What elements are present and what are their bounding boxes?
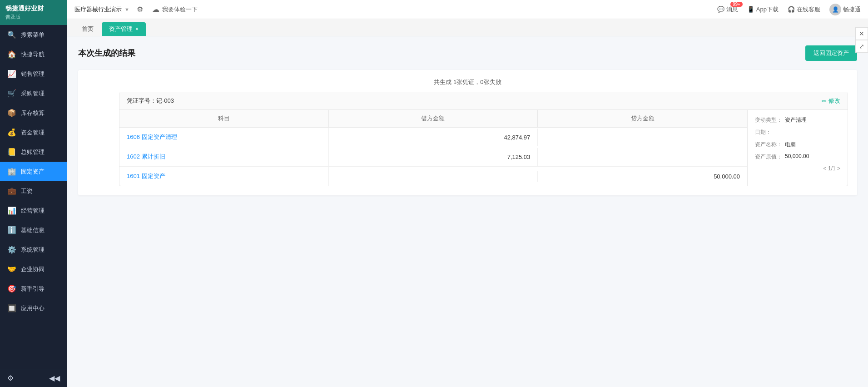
col-debit: 借方金额 bbox=[329, 110, 538, 127]
table-body: 1606 固定资产清理 42,874.97 1602 累计折旧 7,125.03 bbox=[119, 128, 747, 186]
sidebar-item-inventory[interactable]: 📦 库存核算 bbox=[0, 103, 67, 123]
topbar: 医疗器械行业演示 ▼ ⚙ ☁ 我要体验一下 💬 消息 99+ 📱 App下载 🎧… bbox=[67, 0, 868, 19]
sidebar-item-label: 搜索菜单 bbox=[21, 31, 45, 39]
date-row: 日期： bbox=[755, 129, 840, 136]
debit-cell-2: 7,125.03 bbox=[329, 148, 538, 166]
asset-value-row: 资产原值： 50,000.00 bbox=[755, 153, 840, 161]
dropdown-arrow-icon: ▼ bbox=[124, 7, 129, 12]
sidebar-item-payroll[interactable]: 💼 工资 bbox=[0, 181, 67, 201]
prev-page-icon[interactable]: < bbox=[823, 165, 827, 172]
asset-name-value: 电脑 bbox=[785, 141, 796, 149]
sidebar-item-finance[interactable]: 💰 资金管理 bbox=[0, 123, 67, 142]
sidebar-nav: 🔍 搜索菜单 🏠 快捷导航 📈 销售管理 🛒 采购管理 📦 库存核算 💰 资金管… bbox=[0, 25, 67, 369]
sidebar-item-label: 快捷导航 bbox=[21, 50, 45, 59]
debit-cell-1: 42,874.97 bbox=[329, 129, 538, 146]
finance-icon: 💰 bbox=[7, 128, 16, 137]
fixed-assets-icon: 🏢 bbox=[7, 167, 16, 176]
sidebar-item-label: 总账管理 bbox=[21, 148, 45, 156]
sidebar-item-quicknav[interactable]: 🏠 快捷导航 bbox=[0, 45, 67, 64]
sidebar-item-guide[interactable]: 🎯 新手引导 bbox=[0, 279, 67, 298]
tab-asset-management[interactable]: 资产管理 × bbox=[102, 22, 146, 36]
next-page-icon[interactable]: > bbox=[837, 165, 840, 172]
topbar-right: 💬 消息 99+ 📱 App下载 🎧 在线客服 👤 畅捷通 bbox=[717, 4, 861, 15]
close-panel-button[interactable]: ✕ bbox=[855, 27, 868, 40]
tab-close-icon[interactable]: × bbox=[135, 26, 139, 32]
cooperation-icon: 🤝 bbox=[7, 265, 16, 273]
purchase-icon: 🛒 bbox=[7, 89, 16, 98]
edit-icon: ✏ bbox=[822, 98, 827, 104]
service-icon: 🎧 bbox=[788, 6, 795, 13]
tabbar: 首页 资产管理 × bbox=[67, 19, 868, 36]
tab-home[interactable]: 首页 bbox=[74, 22, 101, 36]
avatar: 👤 bbox=[829, 4, 841, 15]
sidebar-footer: ⚙ ◀◀ bbox=[0, 369, 67, 387]
user-name: 畅捷通 bbox=[843, 5, 861, 14]
panel-controls: ✕ ⤢ bbox=[855, 27, 868, 53]
account-cell-2[interactable]: 1602 累计折旧 bbox=[119, 147, 329, 166]
online-service-button[interactable]: 🎧 在线客服 bbox=[788, 5, 820, 14]
home-icon: 🏠 bbox=[7, 50, 16, 59]
expand-panel-button[interactable]: ⤢ bbox=[855, 40, 868, 53]
settings-icon[interactable]: ⚙ bbox=[7, 374, 14, 382]
account-cell-3[interactable]: 1601 固定资产 bbox=[119, 167, 329, 186]
edit-voucher-button[interactable]: ✏ 修改 bbox=[822, 97, 840, 105]
app-subtitle: 普及版 bbox=[5, 14, 20, 20]
settings-gear-icon[interactable]: ⚙ bbox=[137, 5, 143, 14]
sidebar-item-label: 固定资产 bbox=[21, 168, 45, 176]
table-header: 科目 借方金额 贷方金额 bbox=[119, 110, 747, 128]
ledger-icon: 📒 bbox=[7, 148, 16, 156]
app-download-label: App下载 bbox=[756, 5, 779, 14]
company-name: 医疗器械行业演示 bbox=[74, 5, 122, 14]
search-icon: 🔍 bbox=[7, 30, 16, 39]
sidebar-item-system[interactable]: ⚙️ 系统管理 bbox=[0, 240, 67, 259]
guide-icon: 🎯 bbox=[7, 284, 16, 293]
management-icon: 📊 bbox=[7, 206, 16, 215]
result-area: 共生成 1张凭证，0张失败 ✓ 成功 凭证字号：记-003 ✏ 修改 bbox=[78, 70, 857, 195]
sidebar-item-sales[interactable]: 📈 销售管理 bbox=[0, 64, 67, 84]
change-type-row: 变动类型： 资产清理 bbox=[755, 116, 840, 124]
company-selector[interactable]: 医疗器械行业演示 ▼ bbox=[74, 5, 129, 14]
col-account: 科目 bbox=[119, 110, 329, 127]
asset-name-row: 资产名称： 电脑 bbox=[755, 141, 840, 149]
credit-cell-2 bbox=[538, 151, 747, 162]
sidebar-item-management[interactable]: 📊 经营管理 bbox=[0, 201, 67, 220]
asset-name-label: 资产名称： bbox=[755, 141, 782, 149]
tab-active-label: 资产管理 bbox=[109, 25, 133, 33]
table-row: 1606 固定资产清理 42,874.97 bbox=[119, 128, 747, 147]
sidebar-item-label: 企业协同 bbox=[21, 265, 45, 273]
experience-button[interactable]: ☁ 我要体验一下 bbox=[152, 5, 198, 14]
download-icon: 📱 bbox=[747, 6, 754, 13]
col-credit: 贷方金额 bbox=[538, 110, 747, 127]
voucher-table: 科目 借方金额 贷方金额 1606 固定资产清理 42,874.97 bbox=[119, 110, 748, 186]
sidebar-item-label: 采购管理 bbox=[21, 89, 45, 98]
system-icon: ⚙️ bbox=[7, 245, 16, 254]
asset-value-label: 资产原值： bbox=[755, 153, 782, 161]
collapse-icon[interactable]: ◀◀ bbox=[49, 374, 60, 382]
back-to-fixed-assets-button[interactable]: 返回固定资产 bbox=[805, 45, 857, 61]
sidebar-item-cooperation[interactable]: 🤝 企业协同 bbox=[0, 259, 67, 279]
sidebar-item-ledger[interactable]: 📒 总账管理 bbox=[0, 142, 67, 162]
side-panel-pagination: < 1/1 > bbox=[755, 165, 840, 172]
user-menu[interactable]: 👤 畅捷通 bbox=[829, 4, 861, 15]
sidebar-item-label: 库存核算 bbox=[21, 109, 45, 117]
date-label: 日期： bbox=[755, 129, 771, 136]
sidebar-item-fixed-assets[interactable]: 🏢 固定资产 bbox=[0, 162, 67, 181]
voucher-number: 凭证字号：记-003 bbox=[127, 97, 174, 105]
inventory-icon: 📦 bbox=[7, 109, 16, 117]
sidebar-item-app-center[interactable]: 🔲 应用中心 bbox=[0, 298, 67, 318]
app-download-button[interactable]: 📱 App下载 bbox=[747, 5, 779, 14]
result-summary: 共生成 1张凭证，0张失败 bbox=[78, 70, 857, 92]
sidebar-item-label: 销售管理 bbox=[21, 70, 45, 78]
sidebar-item-label: 工资 bbox=[21, 187, 33, 195]
info-icon: ℹ️ bbox=[7, 226, 16, 234]
change-type-value: 资产清理 bbox=[785, 116, 807, 124]
message-button[interactable]: 💬 消息 99+ bbox=[717, 5, 738, 14]
sidebar-item-purchase[interactable]: 🛒 采购管理 bbox=[0, 84, 67, 103]
account-cell-1[interactable]: 1606 固定资产清理 bbox=[119, 128, 329, 147]
voucher-header: 凭证字号：记-003 ✏ 修改 bbox=[119, 92, 848, 110]
app-center-icon: 🔲 bbox=[7, 304, 16, 313]
sidebar-item-search[interactable]: 🔍 搜索菜单 bbox=[0, 25, 67, 45]
sidebar-item-basic-info[interactable]: ℹ️ 基础信息 bbox=[0, 220, 67, 240]
cloud-icon: ☁ bbox=[152, 5, 159, 14]
page-title: 本次生成的结果 bbox=[78, 48, 135, 59]
